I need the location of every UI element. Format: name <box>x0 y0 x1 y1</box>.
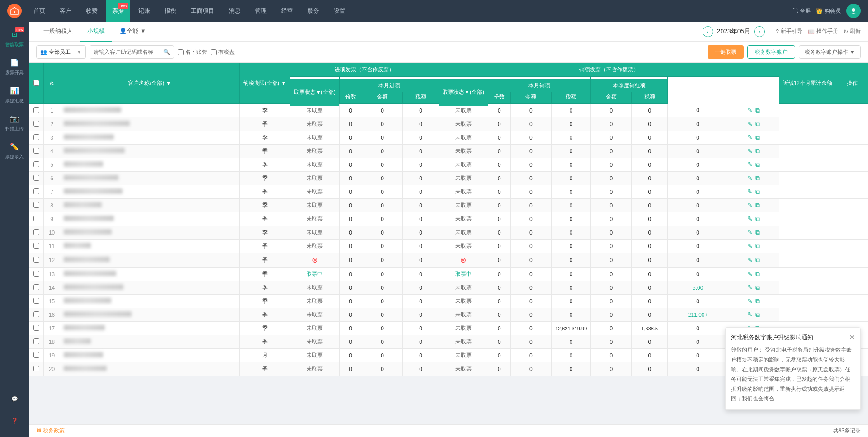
row-checkbox[interactable] <box>33 121 39 127</box>
copy-action-btn[interactable]: ⧉ <box>755 215 760 222</box>
row-checkbox[interactable] <box>33 107 39 113</box>
sidebar-item-smart-invoice[interactable]: 🎟 智能取票 new <box>2 25 27 52</box>
name-account-checkbox[interactable] <box>178 49 184 55</box>
row-out-status[interactable]: 未取票 <box>439 295 488 308</box>
row-checkbox[interactable] <box>33 338 39 344</box>
operation-manual-btn[interactable]: 📖 操作手册 <box>808 28 838 35</box>
row-checkbox[interactable] <box>33 216 39 221</box>
row-out-status[interactable]: 未取票 <box>439 212 488 226</box>
row-in-status[interactable]: 未取票 <box>290 158 340 172</box>
row-in-status[interactable]: 未取票 <box>290 185 340 199</box>
row-in-status[interactable]: 未取票 <box>290 362 340 376</box>
nav-bookkeeping[interactable]: 记账 <box>132 0 156 22</box>
row-in-status[interactable]: 未取票 <box>290 281 340 295</box>
row-checkbox[interactable] <box>33 202 39 208</box>
edit-action-btn[interactable]: ✎ <box>747 134 753 141</box>
th-nap[interactable]: 纳税期限(全部) ▼ <box>239 63 290 104</box>
row-checkbox[interactable] <box>33 366 39 371</box>
row-checkbox[interactable] <box>33 175 39 181</box>
row-out-status[interactable]: 未取票 <box>439 145 488 158</box>
row-customer-name[interactable] <box>60 131 240 145</box>
row-in-status[interactable]: 未取票 <box>290 172 340 185</box>
row-out-status[interactable]: 未取票 <box>439 240 488 253</box>
row-in-status[interactable]: 未取票 <box>290 117 340 131</box>
row-out-status[interactable]: 取票中 <box>439 268 488 281</box>
row-customer-name[interactable] <box>60 335 240 349</box>
row-checkbox[interactable] <box>33 188 39 194</box>
copy-action-btn[interactable]: ⧉ <box>755 229 760 236</box>
copy-action-btn[interactable]: ⧉ <box>755 188 760 195</box>
row-out-status[interactable]: 未取票 <box>439 362 488 376</box>
row-customer-name[interactable] <box>60 117 240 131</box>
row-out-status[interactable]: 未取票 <box>439 172 488 185</box>
row-out-status[interactable]: 未取票 <box>439 104 488 117</box>
row-customer-name[interactable] <box>60 172 240 185</box>
row-checkbox[interactable] <box>33 257 39 263</box>
edit-action-btn[interactable]: ✎ <box>747 256 753 263</box>
row-customer-name[interactable] <box>60 212 240 226</box>
tax-digital-account-btn[interactable]: 税务数字账户 <box>747 45 795 59</box>
vip-btn[interactable]: 👑 购会员 <box>816 7 841 15</box>
row-out-status[interactable]: 未取票 <box>439 185 488 199</box>
customer-search-box[interactable]: 🔍 <box>90 45 174 59</box>
row-out-status[interactable]: ⊗ <box>439 253 488 268</box>
copy-action-btn[interactable]: ⧉ <box>755 242 760 249</box>
row-customer-name[interactable] <box>60 308 240 322</box>
nav-fee[interactable]: 收费 <box>80 0 104 22</box>
edit-action-btn[interactable]: ✎ <box>747 120 753 127</box>
row-checkbox[interactable] <box>33 271 39 277</box>
row-checkbox[interactable] <box>33 298 39 304</box>
edit-action-btn[interactable]: ✎ <box>747 147 753 155</box>
has-tax-disk-checkbox[interactable] <box>211 49 217 55</box>
row-customer-name[interactable] <box>60 349 240 362</box>
row-customer-name[interactable] <box>60 158 240 172</box>
row-customer-name[interactable] <box>60 145 240 158</box>
row-out-status[interactable]: 未取票 <box>439 308 488 322</box>
period-prev-btn[interactable]: ‹ <box>703 26 713 37</box>
copy-action-btn[interactable]: ⧉ <box>755 120 760 127</box>
edit-action-btn[interactable]: ✎ <box>747 270 753 277</box>
copy-action-btn[interactable]: ⧉ <box>755 297 760 305</box>
th-in-status[interactable]: 取票状态▼(全部) <box>290 79 340 106</box>
row-checkbox[interactable] <box>33 243 39 249</box>
th-out-status[interactable]: 取票状态▼(全部) <box>439 79 488 106</box>
row-in-status[interactable]: 未取票 <box>290 131 340 145</box>
edit-action-btn[interactable]: ✎ <box>747 311 753 318</box>
row-in-status[interactable]: 未取票 <box>290 349 340 362</box>
nav-business-ops[interactable]: 经营 <box>275 0 299 22</box>
new-user-guide-btn[interactable]: ? 新手引导 <box>776 28 802 35</box>
row-in-status[interactable]: 未取票 <box>290 226 340 240</box>
sidebar-item-invoice-summary[interactable]: 📊 票据汇总 <box>2 81 27 108</box>
row-in-status[interactable]: 未取票 <box>290 295 340 308</box>
row-in-status[interactable]: 未取票 <box>290 199 340 212</box>
nav-message[interactable]: 消息 <box>222 0 247 22</box>
nav-invoice[interactable]: 票据 new <box>106 0 130 22</box>
nav-settings[interactable]: 设置 <box>327 0 352 22</box>
12month-link[interactable]: 5.00 <box>693 285 703 291</box>
copy-action-btn[interactable]: ⧉ <box>755 202 760 209</box>
row-out-status[interactable]: 未取票 <box>439 199 488 212</box>
row-out-status[interactable]: 未取票 <box>439 322 488 335</box>
row-customer-name[interactable] <box>60 240 240 253</box>
row-in-status[interactable]: 未取票 <box>290 308 340 322</box>
refresh-btn[interactable]: ↻ 刷新 <box>844 28 861 35</box>
row-checkbox[interactable] <box>33 284 39 290</box>
row-out-status[interactable]: 未取票 <box>439 335 488 349</box>
has-tax-disk-checkbox-label[interactable]: 有税盘 <box>211 48 235 56</box>
staff-select[interactable]: 👥 全部员工 ▼ <box>36 45 86 59</box>
nav-customer[interactable]: 客户 <box>53 0 78 22</box>
tax-digital-ops-btn[interactable]: 税务数字账户操作 ▼ <box>799 45 861 59</box>
copy-action-btn[interactable]: ⧉ <box>755 256 760 263</box>
select-all-checkbox[interactable] <box>33 80 39 86</box>
one-click-invoice-btn[interactable]: 一键取票 <box>708 45 744 59</box>
edit-action-btn[interactable]: ✎ <box>747 284 753 291</box>
edit-action-btn[interactable]: ✎ <box>747 215 753 222</box>
row-customer-name[interactable] <box>60 226 240 240</box>
period-next-btn[interactable]: › <box>754 26 765 37</box>
row-in-status[interactable]: 未取票 <box>290 335 340 349</box>
row-in-status[interactable]: 未取票 <box>290 322 340 335</box>
customer-search-input[interactable] <box>94 49 161 55</box>
row-out-status[interactable]: 未取票 <box>439 117 488 131</box>
row-checkbox[interactable] <box>33 325 39 331</box>
nav-tax[interactable]: 报税 <box>158 0 183 22</box>
